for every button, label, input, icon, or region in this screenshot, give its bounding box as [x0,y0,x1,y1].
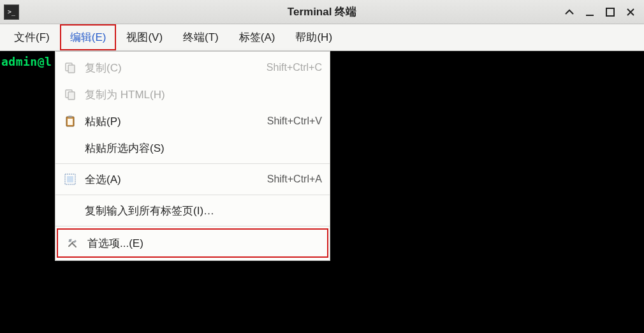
copy-html-icon [63,87,77,101]
menuitem-select-all[interactable]: 全选(A) Shift+Ctrl+A [55,166,330,193]
svg-rect-10 [67,176,73,182]
menuitem-paste-selection-label: 粘贴所选内容(S) [85,141,165,156]
svg-rect-3 [68,65,75,73]
menuitem-paste-selection[interactable]: 粘贴所选内容(S) [55,135,330,161]
svg-rect-7 [68,116,72,118]
window-close-button[interactable] [625,6,636,18]
menuitem-copy-html: 复制为 HTML(H) [55,81,330,108]
menu-edit[interactable]: 编辑(E) [60,24,117,50]
menuitem-preferences[interactable]: 首选项...(E) [57,228,328,258]
menu-edit-label: 编辑(E) [70,30,106,45]
svg-rect-1 [606,8,614,16]
window-title: Terminal 终端 [288,4,356,19]
window-minimize-button[interactable] [584,6,596,18]
menuitem-select-all-label: 全选(A) [85,172,121,187]
menu-view-label: 视图(V) [126,30,163,45]
menu-file-label: 文件(F) [14,30,50,45]
paste-icon [63,114,77,128]
menuitem-copy-input-all-tabs-label: 复制输入到所有标签页(I)… [85,204,214,218]
menuitem-preferences-label: 首选项...(E) [87,236,143,251]
menuitem-paste-label: 粘贴(P) [85,114,121,129]
menuitem-copy-label: 复制(C) [85,61,122,75]
terminal-app-icon: >_ [4,4,19,20]
window-titlebar: >_ Terminal 终端 [0,0,644,24]
menuitem-paste[interactable]: 粘贴(P) Shift+Ctrl+V [55,108,330,135]
menu-separator [55,195,330,195]
svg-rect-8 [68,119,73,125]
menu-help[interactable]: 帮助(H) [285,24,342,50]
select-all-icon [63,172,77,186]
svg-rect-0 [586,15,594,16]
window-shade-button[interactable] [564,6,575,18]
preferences-icon [66,236,80,250]
menu-separator [55,226,330,226]
svg-rect-5 [68,92,75,100]
blank-icon [63,141,77,155]
menuitem-copy-input-all-tabs[interactable]: 复制输入到所有标签页(I)… [55,197,330,224]
menu-tabs-label: 标签(A) [239,30,275,45]
window-maximize-button[interactable] [604,6,616,18]
menu-terminal[interactable]: 终端(T) [173,24,229,50]
menuitem-paste-shortcut: Shift+Ctrl+V [267,115,322,127]
menu-help-label: 帮助(H) [295,30,332,45]
edit-menu-dropdown: 复制(C) Shift+Ctrl+C 复制为 HTML(H) 粘贴(P) Shi… [55,51,330,261]
window-controls [564,6,640,18]
terminal-app-icon-glyph: >_ [8,8,15,15]
menu-separator [55,163,330,164]
menubar: 文件(F) 编辑(E) 视图(V) 终端(T) 标签(A) 帮助(H) [0,24,644,51]
menuitem-copy-html-label: 复制为 HTML(H) [85,87,165,102]
menuitem-select-all-shortcut: Shift+Ctrl+A [267,174,322,185]
menu-tabs[interactable]: 标签(A) [229,24,286,50]
blank-icon [63,204,77,218]
menuitem-copy-shortcut: Shift+Ctrl+C [267,62,322,73]
menu-view[interactable]: 视图(V) [116,24,173,50]
menuitem-copy: 复制(C) Shift+Ctrl+C [55,54,330,81]
menu-file[interactable]: 文件(F) [4,24,60,50]
copy-icon [63,61,77,75]
menu-terminal-label: 终端(T) [183,30,219,45]
terminal-prompt: admin@l [1,55,52,68]
